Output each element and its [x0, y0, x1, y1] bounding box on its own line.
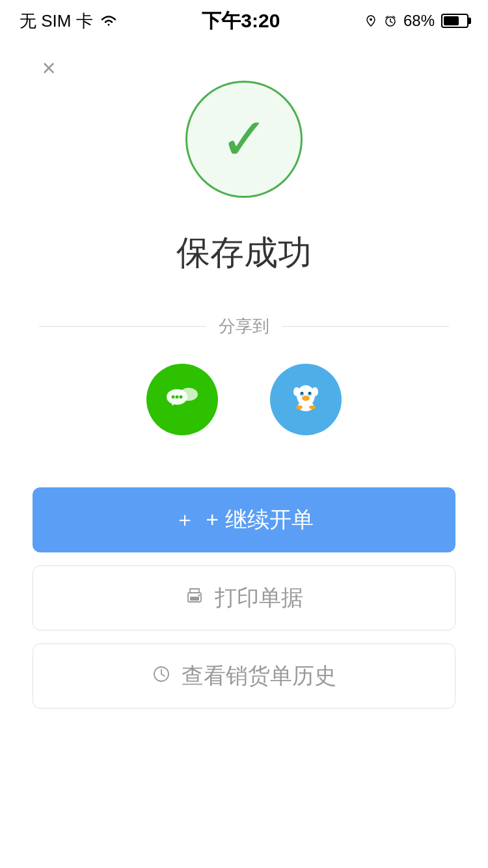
wechat-icon — [161, 377, 204, 422]
qq-icon — [285, 377, 327, 422]
share-icons — [146, 364, 342, 435]
battery-percent: 68% — [403, 12, 435, 30]
status-time: 下午3:20 — [202, 8, 280, 34]
checkmark-icon: ✓ — [220, 110, 269, 169]
clock-icon — [152, 664, 171, 688]
print-button[interactable]: 打印单据 — [33, 565, 455, 631]
svg-point-0 — [370, 18, 372, 21]
success-circle: ✓ — [185, 81, 303, 198]
svg-point-6 — [179, 396, 182, 399]
share-divider: 分享到 — [0, 315, 488, 338]
battery-icon — [441, 14, 468, 28]
close-icon: × — [42, 57, 55, 80]
history-button[interactable]: 查看销货单历史 — [33, 644, 455, 709]
svg-point-12 — [308, 392, 310, 394]
status-bar: 无 SIM 卡 下午3:20 68% — [0, 0, 488, 42]
battery-fill — [444, 16, 459, 25]
svg-rect-20 — [190, 597, 199, 601]
wifi-icon — [100, 14, 118, 27]
close-button[interactable]: × — [33, 52, 65, 85]
plus-icon: ＋ — [174, 506, 195, 534]
main-content: ✓ 保存成功 分享到 — [0, 42, 488, 709]
divider-left — [39, 326, 206, 327]
svg-point-3 — [180, 388, 198, 401]
print-button-label: 打印单据 — [215, 583, 303, 613]
share-label: 分享到 — [206, 315, 282, 338]
carrier-text: 无 SIM 卡 — [20, 10, 93, 33]
wechat-share-button[interactable] — [146, 364, 218, 435]
svg-point-21 — [198, 594, 200, 596]
printer-icon — [185, 586, 204, 610]
alarm-icon — [384, 14, 397, 27]
svg-point-5 — [175, 396, 178, 399]
location-icon — [364, 14, 377, 27]
svg-point-14 — [293, 387, 300, 396]
svg-point-18 — [309, 405, 316, 409]
svg-point-11 — [301, 392, 303, 394]
status-right: 68% — [364, 12, 468, 30]
svg-point-4 — [171, 396, 174, 399]
action-buttons: ＋ + 继续开单 打印单据 查看销货单历 — [0, 487, 488, 709]
history-button-label: 查看销货单历史 — [182, 661, 336, 691]
qq-share-button[interactable] — [270, 364, 342, 435]
continue-button-label: + 继续开单 — [206, 505, 313, 535]
status-left: 无 SIM 卡 — [20, 10, 118, 33]
svg-point-13 — [302, 396, 310, 401]
continue-button[interactable]: ＋ + 继续开单 — [33, 487, 455, 552]
svg-point-15 — [312, 387, 318, 396]
success-title: 保存成功 — [176, 230, 312, 276]
svg-point-17 — [296, 405, 303, 409]
divider-right — [282, 326, 449, 327]
